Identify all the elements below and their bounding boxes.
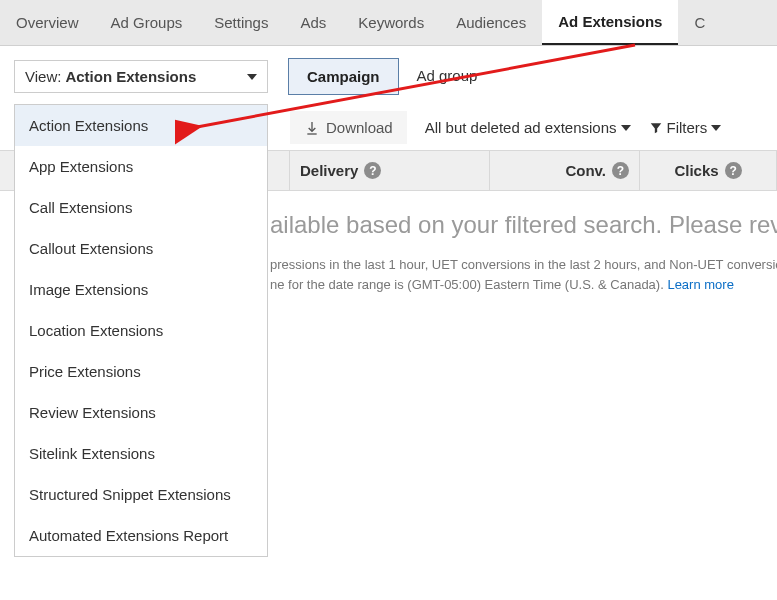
- dd-automated-extensions-report[interactable]: Automated Extensions Report: [15, 515, 267, 556]
- scope-adgroup[interactable]: Ad group: [399, 58, 496, 95]
- download-label: Download: [326, 119, 393, 136]
- tab-keywords[interactable]: Keywords: [342, 0, 440, 45]
- dd-call-extensions[interactable]: Call Extensions: [15, 187, 267, 228]
- scope-campaign[interactable]: Campaign: [288, 58, 399, 95]
- view-dropdown-panel: Action Extensions App Extensions Call Ex…: [14, 104, 268, 557]
- tab-ad-extensions[interactable]: Ad Extensions: [542, 0, 678, 45]
- help-icon[interactable]: ?: [612, 162, 629, 179]
- empty-state-headline: ailable based on your filtered search. P…: [270, 211, 777, 239]
- chevron-down-icon: [621, 125, 631, 131]
- th-clicks[interactable]: Clicks ?: [640, 151, 777, 190]
- chevron-down-icon: [711, 125, 721, 131]
- filter-scope-dropdown[interactable]: All but deleted ad extensions: [425, 119, 631, 136]
- tab-ad-groups[interactable]: Ad Groups: [95, 0, 199, 45]
- controls-row: View: Action Extensions Campaign Ad grou…: [0, 46, 777, 101]
- empty-state-note: pressions in the last 1 hour, UET conver…: [270, 255, 777, 294]
- main-tab-bar: Overview Ad Groups Settings Ads Keywords…: [0, 0, 777, 46]
- filter-scope-label: All but deleted ad extensions: [425, 119, 617, 136]
- download-button[interactable]: Download: [290, 111, 407, 144]
- dd-location-extensions[interactable]: Location Extensions: [15, 310, 267, 351]
- dd-sitelink-extensions[interactable]: Sitelink Extensions: [15, 433, 267, 474]
- filters-button[interactable]: Filters: [649, 119, 722, 136]
- learn-more-link[interactable]: Learn more: [667, 277, 733, 292]
- chevron-down-icon: [247, 74, 257, 80]
- view-dropdown[interactable]: View: Action Extensions: [14, 60, 268, 93]
- th-delivery-label: Delivery: [300, 162, 358, 179]
- th-clicks-label: Clicks: [674, 162, 718, 179]
- dd-action-extensions[interactable]: Action Extensions: [15, 105, 267, 146]
- dd-price-extensions[interactable]: Price Extensions: [15, 351, 267, 392]
- dd-review-extensions[interactable]: Review Extensions: [15, 392, 267, 433]
- scope-toggle: Campaign Ad group: [288, 58, 495, 95]
- help-icon[interactable]: ?: [725, 162, 742, 179]
- dd-image-extensions[interactable]: Image Extensions: [15, 269, 267, 310]
- help-icon[interactable]: ?: [364, 162, 381, 179]
- tab-settings[interactable]: Settings: [198, 0, 284, 45]
- view-prefix: View:: [25, 68, 61, 85]
- note-line1: pressions in the last 1 hour, UET conver…: [270, 257, 777, 272]
- th-conv-label: Conv.: [565, 162, 606, 179]
- tab-ads[interactable]: Ads: [284, 0, 342, 45]
- view-selected: Action Extensions: [65, 68, 196, 85]
- dd-callout-extensions[interactable]: Callout Extensions: [15, 228, 267, 269]
- tab-audiences[interactable]: Audiences: [440, 0, 542, 45]
- filter-icon: [649, 121, 663, 135]
- tab-overflow[interactable]: C: [678, 0, 710, 45]
- note-line2: ne for the date range is (GMT-05:00) Eas…: [270, 277, 667, 292]
- download-icon: [304, 120, 320, 136]
- tab-overview[interactable]: Overview: [0, 0, 95, 45]
- th-conv[interactable]: Conv. ?: [490, 151, 640, 190]
- th-delivery[interactable]: Delivery ?: [290, 151, 490, 190]
- dd-structured-snippet-extensions[interactable]: Structured Snippet Extensions: [15, 474, 267, 515]
- dd-app-extensions[interactable]: App Extensions: [15, 146, 267, 187]
- filters-label: Filters: [667, 119, 708, 136]
